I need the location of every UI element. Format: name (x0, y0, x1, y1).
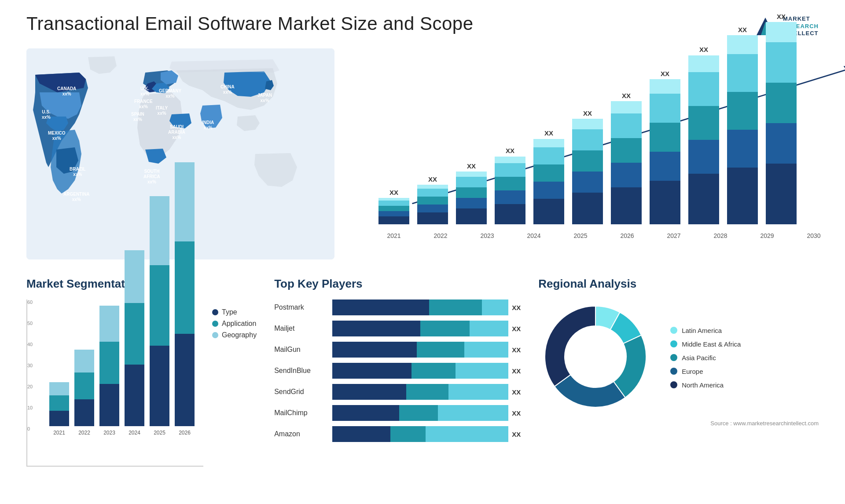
legend-dot (212, 332, 218, 338)
bar-stack-2024 (495, 156, 525, 224)
player-seg-1 (390, 426, 426, 442)
regional-legend-item-north-america: North America (670, 381, 741, 389)
player-row-mailchimp: MailChimpXX (274, 405, 521, 421)
seg-chart-area: 0 10 20 30 40 50 60 20212022202320242025… (26, 299, 203, 467)
map-label-brazil: BRAZILxx% (70, 167, 86, 177)
bar-segment-2 (572, 150, 603, 172)
seg-seg-1 (74, 373, 94, 399)
seg-bar-stack-2022 (74, 349, 94, 426)
bar-segment-3 (572, 129, 603, 150)
bar-segment-1 (688, 140, 719, 174)
bar-label-2023: XX (467, 162, 476, 170)
seg-seg-0 (175, 334, 195, 426)
bar-stack-2027 (611, 101, 642, 224)
player-name: SendGrid (274, 388, 327, 396)
bar-stack-2026 (572, 119, 603, 224)
seg-year-2025: 2025 (154, 430, 165, 436)
player-bar-stack (332, 342, 508, 358)
regional-dot (670, 381, 677, 388)
player-xx-label: XX (512, 304, 521, 311)
y-axis-labels: 0 10 20 30 40 50 60 (27, 299, 33, 431)
bar-segment-0 (417, 212, 448, 224)
map-label-saudi: SAUDIARABIAxx% (168, 124, 185, 140)
bar-segment-2 (650, 123, 680, 152)
bar-label-2028: XX (661, 70, 669, 77)
player-xx-label: XX (512, 409, 521, 417)
regional-dot (670, 354, 677, 361)
seg-bar-stack-2025 (150, 195, 169, 426)
seg-seg-2 (175, 162, 195, 241)
player-seg-2 (448, 384, 508, 400)
header: Transactional Email Software Market Size… (26, 13, 819, 40)
player-name: Postmark (274, 303, 327, 311)
bar-segment-2 (727, 92, 758, 130)
donut-svg (538, 299, 653, 414)
player-seg-0 (332, 342, 417, 358)
map-label-india: INDIAxx% (202, 120, 214, 131)
player-seg-0 (332, 321, 420, 336)
key-players-title: Top Key Players (274, 277, 521, 291)
seg-year-2026: 2026 (179, 430, 191, 436)
bar-segment-0 (495, 204, 525, 224)
bar-segment-4 (650, 79, 680, 94)
bar-group-2022: XX (417, 175, 448, 224)
bar-stack-2021 (378, 198, 409, 224)
regional-label: Asia Pacific (682, 354, 716, 362)
seg-seg-2 (49, 382, 69, 395)
seg-bar-stack-2026 (175, 162, 195, 426)
seg-year-2022: 2022 (78, 430, 90, 436)
seg-bar-group-2023: 2023 (99, 305, 119, 436)
seg-seg-2 (150, 196, 169, 265)
player-xx-label: XX (512, 325, 521, 332)
map-label-canada: CANADAxx% (57, 86, 76, 97)
regional-label: North America (682, 381, 724, 389)
regional-legend: Latin AmericaMiddle East & AfricaAsia Pa… (670, 327, 741, 389)
bar-segment-3 (378, 201, 409, 206)
map-label-japan: JAPANxx% (257, 93, 272, 103)
page: Transactional Email Software Market Size… (0, 0, 845, 504)
seg-seg-0 (49, 411, 69, 426)
bar-year-2022: 2022 (425, 232, 456, 239)
bar-label-2025: XX (544, 129, 553, 137)
bar-group-2024: XX (495, 147, 525, 224)
player-bar: XX (332, 299, 521, 315)
legend-item-geography: Geography (212, 331, 257, 339)
regional-label: Latin America (682, 327, 722, 334)
bar-group-2029: XX (688, 46, 719, 224)
map-label-spain: SPAINxx% (131, 112, 144, 122)
bar-years: 2021202220232024202520262027202820292030… (378, 229, 845, 239)
player-xx-label: XX (512, 388, 521, 396)
bar-label-2022: XX (428, 175, 437, 183)
seg-seg-2 (125, 250, 144, 303)
player-row-mailjet: MailjetXX (274, 321, 521, 336)
bar-year-2024: 2024 (518, 232, 549, 239)
bar-segment-3 (650, 94, 680, 123)
bar-group-2026: XX (572, 110, 603, 224)
map-label-france: FRANCExx% (134, 99, 153, 110)
seg-year-2023: 2023 (103, 430, 115, 436)
bar-segment-2 (533, 164, 564, 182)
bar-label-2021: XX (389, 189, 398, 196)
bar-group-2031: XX (766, 13, 797, 224)
bar-segment-4 (417, 185, 448, 189)
player-seg-0 (332, 405, 399, 421)
bar-label-2027: XX (622, 92, 631, 99)
bar-year-2029: 2029 (752, 232, 783, 239)
player-seg-0 (332, 363, 411, 379)
bar-group-2025: XX (533, 129, 564, 224)
bar-segment-3 (456, 177, 487, 187)
map-label-south-africa: SOUTHAFRICAxx% (143, 169, 160, 185)
bar-segment-0 (688, 174, 719, 224)
player-bar-stack (332, 321, 508, 336)
bar-segment-4 (572, 119, 603, 129)
player-seg-2 (426, 426, 508, 442)
bottom-section: Market Segmentation 0 10 20 30 40 50 60 (26, 277, 819, 504)
bar-segment-1 (378, 211, 409, 216)
bar-group-2027: XX (611, 92, 642, 224)
bar-label-2024: XX (506, 147, 514, 154)
top-section: CANADAxx% U.S.xx% MEXICOxx% BRAZILxx% AR… (26, 48, 819, 259)
bar-year-2025: 2025 (565, 232, 596, 239)
seg-seg-2 (99, 306, 119, 342)
donut-container: Latin AmericaMiddle East & AfricaAsia Pa… (538, 299, 819, 416)
key-players-section: Top Key Players PostmarkXXMailjetXXMailG… (274, 277, 521, 504)
